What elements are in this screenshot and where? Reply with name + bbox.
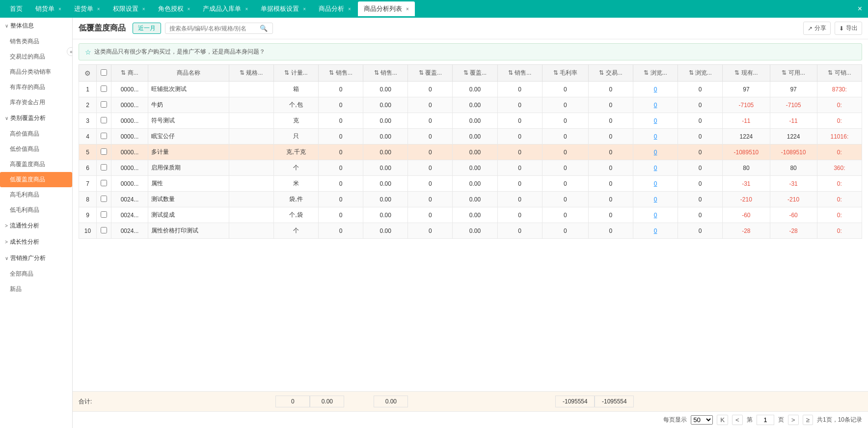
nav-close-permissions[interactable]: ×: [142, 6, 145, 12]
footer-coverage: 0.00: [374, 396, 408, 407]
row-browse1[interactable]: 0: [633, 129, 678, 144]
export-button[interactable]: ⬇ 导出: [835, 22, 862, 35]
nav-close-product-analysis-list[interactable]: ×: [406, 6, 409, 12]
col-coverage1-header[interactable]: ⇅ 覆盖...: [408, 65, 453, 82]
col-trade-header[interactable]: ⇅ 交易...: [588, 65, 633, 82]
search-icon[interactable]: 🔍: [260, 25, 268, 32]
settings-icon[interactable]: ⚙: [84, 69, 91, 77]
sidebar-section-liquidity[interactable]: > 流通性分析: [0, 218, 72, 234]
sidebar-section-overall[interactable]: ∨ 整体信息: [0, 18, 72, 34]
col-current-header[interactable]: ⇅ 现有...: [723, 65, 770, 82]
sidebar-item-stock-capital[interactable]: 库存资金占用: [0, 95, 72, 110]
nav-item-template[interactable]: 单据模板设置 ×: [255, 1, 312, 16]
nav-close-sales[interactable]: ×: [58, 6, 61, 12]
table-body: 1 0000... 旺辅批次测试 箱 0 0.00 0 0.00 0 0 0 0…: [79, 82, 862, 239]
next-page-button[interactable]: >: [788, 415, 799, 425]
sidebar-item-low-value[interactable]: 低价值商品: [0, 142, 72, 157]
nav-close-purchase[interactable]: ×: [97, 6, 100, 12]
row-browse1[interactable]: 0: [633, 97, 678, 113]
nav-item-home[interactable]: 首页: [4, 1, 28, 16]
section-arrow-liquidity: >: [5, 223, 8, 228]
share-button[interactable]: ↗ 分享: [803, 22, 831, 35]
row-checkbox[interactable]: [97, 97, 111, 113]
sidebar-item-category-rate[interactable]: 商品分类动销率: [0, 64, 72, 80]
col-coverage2-header[interactable]: ⇅ 覆盖...: [453, 65, 497, 82]
row-browse1[interactable]: 0: [633, 176, 678, 192]
last-page-button[interactable]: ≥: [803, 415, 813, 425]
row-checkbox[interactable]: [97, 160, 111, 176]
row-checkbox[interactable]: [97, 82, 111, 97]
sidebar-item-low-coverage[interactable]: 低覆盖度商品: [0, 172, 72, 187]
col-browse2-header[interactable]: ⇅ 浏览...: [678, 65, 723, 82]
sidebar-item-high-value[interactable]: 高价值商品: [0, 126, 72, 142]
search-input[interactable]: [169, 25, 258, 32]
row-checkbox[interactable]: [97, 223, 111, 239]
nav-close-roles[interactable]: ×: [188, 6, 190, 12]
col-code-header[interactable]: ⇅ 商...: [111, 65, 148, 82]
row-sales-amt: 0.00: [363, 223, 408, 239]
col-settings[interactable]: ⚙: [79, 65, 97, 82]
nav-item-inbound[interactable]: 产成品入库单 ×: [197, 1, 254, 16]
col-sales-stat-header[interactable]: ⇅ 销售...: [497, 65, 542, 82]
nav-close-inbound[interactable]: ×: [245, 6, 248, 12]
col-spec-header[interactable]: ⇅ 规格...: [229, 65, 273, 82]
first-page-button[interactable]: K: [717, 415, 728, 425]
row-name: 启用保质期: [148, 160, 229, 176]
sidebar-item-low-gross[interactable]: 低毛利商品: [0, 202, 72, 218]
row-browse1[interactable]: 0: [633, 160, 678, 176]
row-browse1[interactable]: 0: [633, 192, 678, 207]
sidebar-item-high-gross[interactable]: 高毛利商品: [0, 187, 72, 202]
col-unit-header[interactable]: ⇅ 计量...: [273, 65, 318, 82]
nav-item-product-analysis[interactable]: 商品分析 ×: [313, 1, 357, 16]
col-checkbox[interactable]: [97, 65, 111, 82]
nav-item-permissions[interactable]: 权限设置 ×: [107, 1, 151, 16]
sort-icon-ss: ⇅: [508, 69, 513, 76]
row-browse1[interactable]: 0: [633, 113, 678, 129]
col-gross-header[interactable]: ⇅ 毛利率: [542, 65, 588, 82]
nav-item-sales[interactable]: 销货单 ×: [29, 1, 67, 16]
sidebar-item-new-products[interactable]: 新品: [0, 282, 72, 297]
col-sales-amt-header[interactable]: ⇅ 销售...: [363, 65, 408, 82]
nav-item-purchase[interactable]: 进货单 ×: [68, 1, 106, 16]
row-browse1[interactable]: 0: [633, 82, 678, 97]
page-number-input[interactable]: [757, 415, 774, 425]
select-all-checkbox[interactable]: [101, 69, 107, 76]
sidebar-collapse-button[interactable]: «: [67, 47, 73, 56]
app-close-button[interactable]: ×: [856, 2, 864, 15]
per-page-select[interactable]: 50 100 200: [691, 415, 713, 425]
nav-item-roles[interactable]: 角色授权 ×: [152, 1, 196, 16]
sidebar-item-traded-products[interactable]: 交易过的商品: [0, 49, 72, 64]
row-code: 0000...: [111, 160, 148, 176]
row-checkbox[interactable]: [97, 207, 111, 223]
col-available-header[interactable]: ⇅ 可用...: [770, 65, 817, 82]
row-checkbox[interactable]: [97, 192, 111, 207]
nav-close-template[interactable]: ×: [303, 6, 306, 12]
row-checkbox[interactable]: [97, 176, 111, 192]
row-saleable: 11016:: [817, 129, 862, 144]
sidebar-section-marketing[interactable]: ∨ 营销推广分析: [0, 250, 72, 266]
col-sales-qty-header[interactable]: ⇅ 销售...: [318, 65, 363, 82]
row-name: 眠宝公仔: [148, 129, 229, 144]
row-browse1[interactable]: 0: [633, 144, 678, 160]
sidebar-item-high-coverage[interactable]: 高覆盖度商品: [0, 157, 72, 172]
nav-close-product-analysis[interactable]: ×: [348, 6, 351, 12]
sidebar-item-all-products[interactable]: 全部商品: [0, 266, 72, 282]
sidebar-section-coverage[interactable]: ∨ 类别覆盖分析: [0, 110, 72, 126]
sidebar-item-in-stock[interactable]: 有库存的商品: [0, 80, 72, 95]
col-saleable-header[interactable]: ⇅ 可销...: [817, 65, 862, 82]
sidebar-item-sales-products[interactable]: 销售类商品: [0, 34, 72, 49]
row-browse1[interactable]: 0: [633, 223, 678, 239]
row-browse1[interactable]: 0: [633, 207, 678, 223]
nav-item-product-analysis-list[interactable]: 商品分析列表 ×: [358, 1, 415, 16]
sidebar-section-growth[interactable]: > 成长性分析: [0, 234, 72, 250]
footer-available: -1095554: [595, 396, 634, 407]
prev-page-button[interactable]: <: [732, 415, 743, 425]
period-filter-button[interactable]: 近一月: [133, 23, 161, 34]
row-checkbox[interactable]: [97, 129, 111, 144]
col-browse1-header[interactable]: ⇅ 浏览...: [633, 65, 678, 82]
row-checkbox[interactable]: [97, 113, 111, 129]
col-name-header[interactable]: 商品名称: [148, 65, 229, 82]
row-sales-stat: 0: [497, 82, 542, 97]
data-table-wrapper[interactable]: ⚙ ⇅ 商... 商品名称 ⇅ 规格... ⇅ 计量.: [73, 64, 868, 391]
row-checkbox[interactable]: [97, 144, 111, 160]
